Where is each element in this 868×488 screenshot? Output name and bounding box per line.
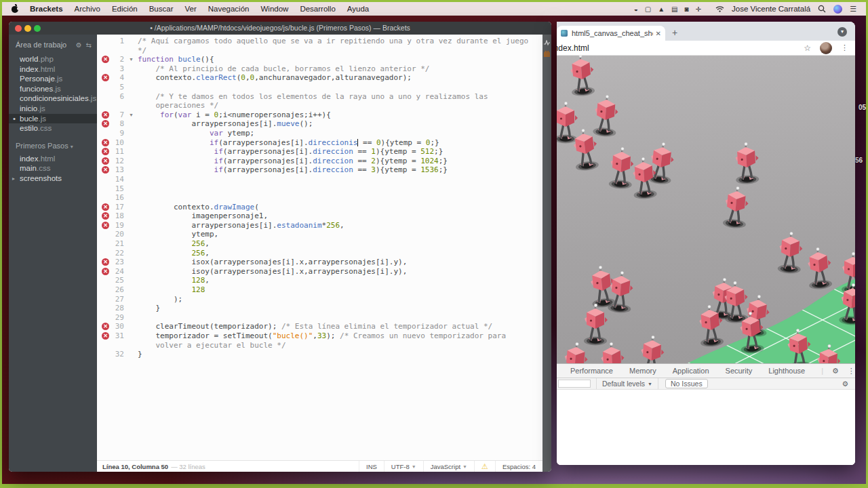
menu-item-desarrollo[interactable]: Desarrollo xyxy=(300,5,335,13)
console-settings-icon[interactable]: ⚙ xyxy=(842,380,855,388)
menu-item-buscar[interactable]: Buscar xyxy=(149,5,174,13)
menu-item-navegación[interactable]: Navegación xyxy=(208,5,250,13)
devtools-tab-lighthouse[interactable]: Lighthouse xyxy=(768,367,805,375)
devtools-tab-performance[interactable]: Performance xyxy=(570,367,613,375)
zoom-button[interactable] xyxy=(34,25,41,32)
sidebar-file-condicionesiniciales.js[interactable]: condicionesiniciales.js xyxy=(9,94,97,104)
close-button[interactable] xyxy=(15,25,22,32)
tab-search-button[interactable]: ▾ xyxy=(837,27,847,37)
error-icon[interactable]: ✕ xyxy=(102,120,109,127)
browser-tab[interactable]: html5_canvas_cheat_sheet.png ✕ xyxy=(557,26,665,41)
desktop: BracketsArchivoEdiciónBuscarVerNavegació… xyxy=(0,0,868,488)
no-issues-button[interactable]: No Issues xyxy=(665,379,708,388)
menu-item-ayuda[interactable]: Ayuda xyxy=(347,5,369,13)
siri-icon[interactable] xyxy=(833,5,842,14)
wifi-icon[interactable] xyxy=(715,5,724,12)
profile-avatar[interactable] xyxy=(820,42,832,54)
devtools-kebab-icon[interactable]: ⋮ xyxy=(848,367,855,375)
menu-kebab-icon[interactable]: ⋮ xyxy=(841,43,848,52)
devtools-tab-security[interactable]: Security xyxy=(726,367,753,375)
sidebar-file-funciones.js[interactable]: funciones.js xyxy=(9,84,97,94)
address-bar[interactable]: index.html ☆ ⋮ xyxy=(557,41,855,56)
robot-character xyxy=(736,311,766,355)
devtools-settings-icon[interactable]: ⚙ xyxy=(832,367,839,375)
log-levels-dropdown[interactable]: Default levels ▼ xyxy=(596,378,658,389)
menu-item-archivo[interactable]: Archivo xyxy=(75,5,100,13)
extension-manager-icon[interactable] xyxy=(544,51,550,57)
notification-center-icon[interactable]: ☰ xyxy=(850,5,856,14)
encoding-selector[interactable]: UTF-8▼ xyxy=(384,461,423,472)
tab-close-icon[interactable]: ✕ xyxy=(656,30,661,37)
error-icon[interactable]: ✕ xyxy=(102,203,109,211)
code-line: ✕4contexto.clearRect(0,0,anchuranavegado… xyxy=(97,73,542,83)
error-icon[interactable]: ✕ xyxy=(102,212,109,220)
menu-item-brackets[interactable]: Brackets xyxy=(30,5,63,13)
error-icon[interactable]: ✕ xyxy=(102,268,109,275)
menu-item-edición[interactable]: Edición xyxy=(112,5,138,13)
gear-icon[interactable]: ⚙ xyxy=(76,41,82,49)
code-line: 14 xyxy=(97,175,542,184)
devtools-tab-memory[interactable]: Memory xyxy=(629,367,656,375)
error-icon[interactable]: ✕ xyxy=(102,332,109,340)
minimize-button[interactable] xyxy=(24,25,31,32)
sidebar-file-inicio.js[interactable]: inicio.js xyxy=(9,104,97,114)
bookmark-star-icon[interactable]: ☆ xyxy=(804,43,811,53)
error-icon[interactable]: ✕ xyxy=(102,323,109,330)
sidebar-file-world.php[interactable]: world.php xyxy=(9,54,97,64)
robot-character xyxy=(813,344,842,363)
language-selector[interactable]: JavaScript▼ xyxy=(423,461,474,472)
menu-item-window[interactable]: Window xyxy=(260,5,288,13)
indent-setting[interactable]: Espacios: 4 xyxy=(495,461,542,472)
menubar-status-icon[interactable]: ◙ xyxy=(685,5,689,13)
error-icon[interactable]: ✕ xyxy=(102,111,109,119)
insert-mode-indicator[interactable]: INS xyxy=(359,461,384,472)
line-count: — 32 líneas xyxy=(171,463,205,470)
chevron-right-icon: ▸ xyxy=(12,175,15,182)
sidebar-file-index.html[interactable]: index.html xyxy=(9,64,97,75)
error-icon[interactable]: ✕ xyxy=(102,56,109,63)
sidebar-file-main.css[interactable]: main.css xyxy=(9,163,97,174)
error-icon[interactable]: ✕ xyxy=(102,166,109,174)
menubar-user-name[interactable]: Jose Vicente Carratalá xyxy=(732,5,810,13)
sidebar-file-bucle.js[interactable]: •bucle.js xyxy=(9,114,97,124)
lint-warning-icon[interactable]: ⚠ xyxy=(474,461,495,472)
brackets-sidebar: Área de trabajo ⚙ ⇆ world.phpindex.htmlP… xyxy=(9,35,97,472)
fold-arrow-icon[interactable]: ▼ xyxy=(129,110,134,119)
error-icon[interactable]: ✕ xyxy=(102,74,109,81)
window-title: • /Applications/MAMP/htdocs/videojuegos/… xyxy=(150,24,410,32)
menubar-status-icon[interactable]: ✛ xyxy=(696,5,701,13)
robot-character xyxy=(775,231,804,274)
menu-item-ver[interactable]: Ver xyxy=(184,5,196,13)
sidebar-file-index.html[interactable]: index.html xyxy=(9,154,97,164)
code-line: ✕11if(arraypersonajes[i].direccion == 1)… xyxy=(97,147,542,157)
code-line: 15 xyxy=(97,184,542,194)
menubar-status-icon[interactable]: ▲ xyxy=(658,5,665,13)
error-icon[interactable]: ✕ xyxy=(102,139,109,146)
brackets-title-bar[interactable]: • /Applications/MAMP/htdocs/videojuegos/… xyxy=(9,22,551,35)
console-filter-input[interactable] xyxy=(558,380,591,388)
devtools-tab-application[interactable]: Application xyxy=(673,367,709,375)
sidebar-file-estilo.css[interactable]: estilo.css xyxy=(9,123,97,134)
code-line: 25128, xyxy=(97,276,542,285)
code-line: ✕23isox(arraypersonajes[i].x,arrayperson… xyxy=(97,258,542,267)
brackets-window: • /Applications/MAMP/htdocs/videojuegos/… xyxy=(9,22,551,472)
split-view-icon[interactable]: ⇆ xyxy=(86,41,92,49)
sidebar-file-screenshots[interactable]: ▸screenshots xyxy=(9,174,97,184)
code-editor[interactable]: 1/* Aquí cargamos todo aquello que se va… xyxy=(97,35,542,460)
search-icon[interactable] xyxy=(818,5,826,13)
live-preview-icon[interactable] xyxy=(544,40,550,45)
sidebar-file-Personaje.js[interactable]: Personaje.js xyxy=(9,74,97,84)
error-icon[interactable]: ✕ xyxy=(102,148,109,155)
console-output[interactable] xyxy=(557,390,855,465)
devtools-tab-bar: PerformanceMemoryApplicationSecurityLigh… xyxy=(557,364,855,378)
menubar-status-icon[interactable]: ▤ xyxy=(671,5,677,13)
menubar-status-icon[interactable]: ◒ xyxy=(634,5,638,13)
apple-menu-icon[interactable] xyxy=(12,5,19,13)
error-icon[interactable]: ✕ xyxy=(102,258,109,266)
project-section[interactable]: Primeros Pasos ▾ xyxy=(9,134,97,154)
error-icon[interactable]: ✕ xyxy=(102,157,109,165)
new-tab-button[interactable]: + xyxy=(672,27,677,38)
error-icon[interactable]: ✕ xyxy=(102,222,109,229)
menubar-status-icon[interactable]: ▢ xyxy=(645,5,651,13)
fold-arrow-icon[interactable]: ▼ xyxy=(129,55,134,64)
